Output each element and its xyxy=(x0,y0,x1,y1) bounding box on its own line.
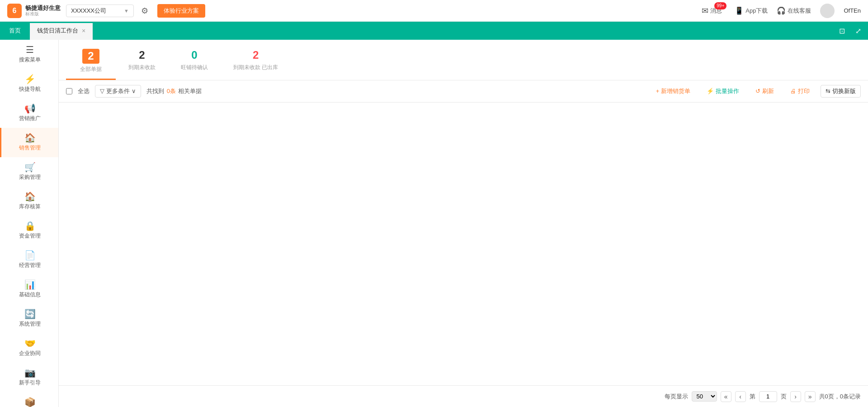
last-page-button[interactable]: » xyxy=(805,391,816,402)
sidebar-item-operations[interactable]: 📄 经营管理 xyxy=(0,245,58,275)
app-title: 畅捷通好生意 xyxy=(25,5,61,12)
prev-page-button[interactable]: ‹ xyxy=(735,391,746,402)
select-all-label: 全选 xyxy=(78,87,90,95)
sidebar-item-sales[interactable]: 🏠 销售管理 xyxy=(0,128,58,157)
finance-icon: 🔒 xyxy=(24,221,36,230)
stats-tab-all[interactable]: 2 全部单据 xyxy=(66,45,116,80)
app-download-button[interactable]: 📱 App下载 xyxy=(735,6,768,15)
tab-home[interactable]: 首页 xyxy=(0,22,30,40)
sidebar-label-marketing: 营销推广 xyxy=(19,115,41,122)
phone-icon: 📱 xyxy=(735,6,744,15)
refresh-icon: ↺ xyxy=(755,88,760,94)
sidebar-label-inventory: 库存核算 xyxy=(19,203,41,211)
sidebar-label-guide: 新手引导 xyxy=(19,379,41,387)
company-selector[interactable]: XXXXXX公司 ▼ xyxy=(66,5,134,17)
sidebar-item-finance[interactable]: 🔒 资金管理 xyxy=(0,216,58,245)
switch-version-button[interactable]: ⇆ 切换新版 xyxy=(821,85,861,98)
system-icon: 🔄 xyxy=(24,309,36,318)
operations-icon: 📄 xyxy=(24,251,36,260)
page-label: 第 xyxy=(750,393,755,401)
app-download-label: App下载 xyxy=(745,7,768,15)
stats-label-all: 全部单据 xyxy=(80,65,102,73)
tab-bar-actions: ⊡ ⤢ xyxy=(835,24,868,37)
first-page-button[interactable]: « xyxy=(721,391,731,402)
cooperation-icon: 🤝 xyxy=(24,339,36,348)
stats-num-overdue-shipped: 2 xyxy=(253,49,259,62)
stats-label-overdue: 到期未收款 xyxy=(128,64,156,71)
sidebar-label-quick-nav: 快捷导航 xyxy=(19,85,41,93)
main-layout: ☰ 搜索菜单 ⚡ 快捷导航 📢 营销推广 🏠 销售管理 🛒 采购管理 🏠 库存核… xyxy=(0,40,868,407)
sidebar-item-search-menu[interactable]: ☰ 搜索菜单 xyxy=(0,40,58,69)
sidebar-label-cooperation: 企业协同 xyxy=(19,350,41,357)
refresh-button[interactable]: ↺ 刷新 xyxy=(750,85,779,98)
sidebar-item-guide[interactable]: 📷 新手引导 xyxy=(0,363,58,392)
avatar[interactable] xyxy=(820,4,835,18)
sidebar-item-quick-nav[interactable]: ⚡ 快捷导航 xyxy=(0,69,58,98)
batch-button[interactable]: ⚡ 批量操作 xyxy=(701,85,745,98)
sidebar-item-cooperation[interactable]: 🤝 企业协同 xyxy=(0,333,58,363)
filter-button[interactable]: ▽ 更多条件 ∨ xyxy=(95,85,141,98)
trial-button[interactable]: 体验行业方案 xyxy=(157,4,205,18)
tab-close-icon[interactable]: × xyxy=(82,27,85,34)
sidebar-item-marketing[interactable]: 📢 营销推广 xyxy=(0,98,58,128)
first-page-icon: « xyxy=(724,393,728,400)
headset-icon: 🎧 xyxy=(777,6,786,15)
stats-tab-overdue-shipped[interactable]: 2 到期未收款 已出库 xyxy=(221,45,291,80)
user-name: OfTEn xyxy=(844,7,861,14)
stats-num-overdue: 2 xyxy=(139,49,145,62)
tab-bar: 首页 钱货日清工作台 × ⊡ ⤢ xyxy=(0,22,868,40)
sidebar-item-app-center[interactable]: 📦 应用中心 xyxy=(0,392,58,407)
company-name: XXXXXX公司 xyxy=(71,7,106,15)
toolbar: 全选 ▽ 更多条件 ∨ 共找到 0条 相关单据 + 新增销货单 ⚡ 批量操作 xyxy=(59,80,868,103)
stats-tab-overdue[interactable]: 2 到期未收款 xyxy=(116,45,168,80)
settings-button[interactable]: ⚙ xyxy=(137,4,152,18)
basic-info-icon: 📊 xyxy=(24,280,36,289)
top-right-area: ✉ 消息 99+ 📱 App下载 🎧 在线客服 OfTEn xyxy=(702,4,861,18)
select-all-checkbox[interactable] xyxy=(66,88,72,94)
chevron-down-icon: ▼ xyxy=(124,8,129,14)
message-button[interactable]: ✉ 消息 99+ xyxy=(702,6,722,16)
tab-minimize-button[interactable]: ⊡ xyxy=(835,24,848,37)
sidebar-label-sales: 销售管理 xyxy=(19,144,41,152)
filter-label: 更多条件 xyxy=(106,87,130,95)
tab-daily-work[interactable]: 钱货日清工作台 × xyxy=(30,22,93,40)
per-page-select[interactable]: 10 20 50 100 xyxy=(692,391,717,402)
sidebar: ☰ 搜索菜单 ⚡ 快捷导航 📢 营销推广 🏠 销售管理 🛒 采购管理 🏠 库存核… xyxy=(0,40,59,407)
service-label: 在线客服 xyxy=(788,7,811,15)
sidebar-item-inventory[interactable]: 🏠 库存核算 xyxy=(0,187,58,216)
pagination: 每页显示 10 20 50 100 « ‹ 第 页 › » 共0页，0条记录 xyxy=(59,385,868,407)
batch-icon: ⚡ xyxy=(707,88,714,94)
per-page-label: 每页显示 xyxy=(665,393,688,401)
page-input[interactable] xyxy=(759,391,777,402)
new-order-button[interactable]: + 新增销货单 xyxy=(651,85,696,98)
found-text: 共找到 0条 相关单据 xyxy=(146,87,202,95)
stats-label-overdue-shipped: 到期未收款 已出库 xyxy=(233,64,278,71)
inventory-icon: 🏠 xyxy=(24,192,36,201)
stats-tabs: 2 全部单据 2 到期未收款 0 旺铺待确认 2 到期未收款 已出库 xyxy=(59,40,868,80)
maximize-icon: ⤢ xyxy=(855,27,861,35)
stats-tab-pending[interactable]: 0 旺铺待确认 xyxy=(168,45,221,80)
sidebar-label-basic-info: 基础信息 xyxy=(19,291,41,299)
purchase-icon: 🛒 xyxy=(24,163,36,172)
sidebar-item-purchase[interactable]: 🛒 采购管理 xyxy=(0,157,58,187)
stats-num-pending: 0 xyxy=(191,49,197,62)
stats-num-all: 2 xyxy=(82,49,99,64)
sidebar-label-purchase: 采购管理 xyxy=(19,173,41,181)
sidebar-label-search-menu: 搜索菜单 xyxy=(19,56,41,64)
tab-maximize-button[interactable]: ⤢ xyxy=(852,24,864,37)
app-version: 标准版 xyxy=(25,11,61,17)
gear-icon: ⚙ xyxy=(141,6,148,16)
app-center-icon: 📦 xyxy=(24,398,36,407)
page-total: 共0页，0条记录 xyxy=(819,393,861,401)
marketing-icon: 📢 xyxy=(24,104,36,113)
sidebar-label-system: 系统管理 xyxy=(19,320,41,328)
print-button[interactable]: 🖨 打印 xyxy=(785,85,815,98)
print-icon: 🖨 xyxy=(790,88,796,94)
search-menu-icon: ☰ xyxy=(26,45,34,54)
sidebar-item-basic-info[interactable]: 📊 基础信息 xyxy=(0,275,58,304)
sidebar-item-system[interactable]: 🔄 系统管理 xyxy=(0,304,58,333)
online-service-button[interactable]: 🎧 在线客服 xyxy=(777,6,811,15)
next-page-button[interactable]: › xyxy=(790,391,801,402)
found-count: 0条 xyxy=(167,88,176,94)
app-logo: 6 xyxy=(7,4,22,18)
